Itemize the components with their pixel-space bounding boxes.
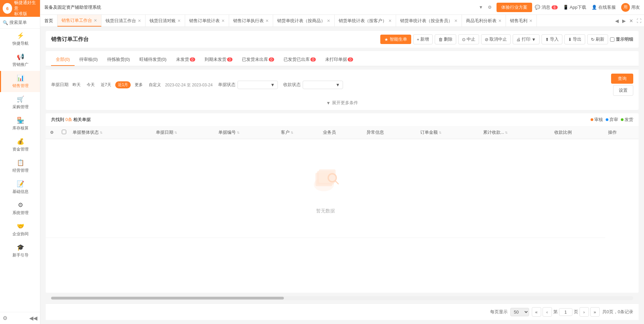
tab-close-sales-stat[interactable]: ✕ [221, 18, 225, 23]
sidebar-item-enterprise[interactable]: 🤝企业协同 [0, 219, 40, 240]
sidebar-item-business[interactable]: 📋经营管理 [0, 156, 40, 177]
filter-tab-pending-review[interactable]: 待审核(0) [75, 54, 102, 66]
tab-sales-workbench[interactable]: 销售订单工作台✕ [57, 15, 101, 27]
sidebar-item-basic[interactable]: 📝基础信息 [0, 177, 40, 198]
filter-tab-pending-inspection[interactable]: 待拣验货(0) [102, 54, 135, 66]
tab-sales-stat-staff[interactable]: 销货单统计表（按业务员）✕ [396, 15, 462, 27]
prev-page-btn[interactable]: ‹ [543, 307, 552, 317]
review-action-btn[interactable]: 审核 [591, 117, 603, 123]
col-checkbox[interactable] [58, 126, 70, 139]
date-more[interactable]: 更多 [133, 81, 145, 88]
message-btn[interactable]: 💬 消息 6 [535, 4, 558, 10]
smart-gen-btn[interactable]: ★ 智能生单 [380, 35, 411, 44]
tab-close-sales-workbench[interactable]: ✕ [94, 18, 97, 23]
tab-close-sales-more[interactable]: ✕ [529, 18, 532, 23]
payment-select[interactable]: ▼ [303, 81, 343, 89]
tab-close-profit-analysis[interactable]: ✕ [498, 18, 502, 23]
status-select[interactable]: ▼ [238, 81, 278, 89]
display-detail-label[interactable]: 显示明细 [610, 36, 633, 42]
date-yesterday[interactable]: 昨天 [71, 81, 83, 88]
col-collected[interactable]: 累计收款...⇅ [480, 126, 552, 139]
cancel-review-action-btn[interactable]: 弃审 [606, 117, 618, 123]
date-1month[interactable]: 近1月 [115, 81, 131, 88]
tab-cash-reconcile[interactable]: 钱货日清对账✕ [145, 15, 185, 27]
cancel-stop-btn[interactable]: ⊘ 取消中止 [481, 34, 511, 44]
first-page-btn[interactable]: « [532, 307, 541, 317]
payment-select-arrow: ▼ [336, 82, 340, 87]
tab-sales-more[interactable]: 销售毛利✕ [506, 15, 537, 27]
tab-close-cash-daily[interactable]: ✕ [138, 18, 141, 23]
sidebar-item-finance[interactable]: 💰资金管理 [0, 134, 40, 156]
date-today[interactable]: 今天 [85, 81, 97, 88]
sidebar-item-quick-nav[interactable]: ⚡快捷导航 [0, 29, 40, 50]
tab-sales-stat-product[interactable]: 销货单统计表（按商品）✕ [273, 15, 335, 27]
tab-close-sales-stat-staff[interactable]: ✕ [454, 18, 458, 23]
tab-close-sales-exec[interactable]: ✕ [265, 18, 269, 23]
col-customer[interactable]: 客户⇅ [278, 126, 320, 139]
filter-tab-unshipped[interactable]: 未发货0 [171, 54, 200, 66]
tab-scroll-right[interactable]: ▶ [621, 17, 627, 24]
tab-profit-analysis[interactable]: 商品毛利分析表✕ [462, 15, 506, 27]
print-dropdown-icon[interactable]: ▼ [531, 37, 536, 42]
collapse-icon[interactable]: ◀◀ [29, 315, 37, 321]
expand-btn[interactable]: ▼ 展开更多条件 [326, 100, 358, 106]
tab-close-cash-reconcile[interactable]: ✕ [177, 18, 181, 23]
filter-tab-unprinted[interactable]: 未打印单据0 [320, 54, 358, 66]
tab-cash-daily[interactable]: 钱货日清工作台✕ [101, 15, 145, 27]
sidebar-item-marketing[interactable]: 📢营销推广 [0, 50, 40, 71]
sidebar-item-guide[interactable]: 🎓新手引导 [0, 240, 40, 261]
col-bill-no[interactable]: 单据编号⇅ [216, 126, 278, 139]
main-area: 装备及固定资产辅助管理系统 ▼ ⚙ 体验行业方案 💬 消息 6 📱 App下载 … [40, 0, 644, 324]
app-download-btn[interactable]: 📱 App下载 [563, 4, 586, 10]
settings-gear-icon[interactable]: ⚙ [486, 3, 494, 11]
last-page-btn[interactable]: » [590, 307, 600, 317]
import-btn[interactable]: ⬆ 导入 [542, 34, 562, 44]
sidebar-item-sales[interactable]: 📊销售管理 [0, 71, 40, 92]
print-btn[interactable]: 🖨 打印 ▼ [513, 34, 540, 44]
ship-action-btn[interactable]: 发货 [621, 117, 633, 123]
industry-btn[interactable]: 体验行业方案 [497, 3, 532, 12]
col-amount[interactable]: 订单金额⇅ [418, 126, 480, 139]
delete-btn[interactable]: 🗑 删除 [435, 34, 456, 44]
topbar-dropdown-icon[interactable]: ▼ [479, 5, 483, 10]
settings-icon[interactable]: ⚙ [3, 315, 7, 321]
user-menu[interactable]: 用 用友 [621, 3, 640, 12]
export-btn[interactable]: ⬇ 导出 [564, 34, 585, 44]
date-custom[interactable]: 自定义 [147, 81, 163, 88]
filter-tab-all[interactable]: 全部(0) [51, 54, 75, 66]
stop-btn[interactable]: ⊙ 中止 [458, 34, 479, 44]
tab-sales-stat-customer[interactable]: 销货单统计表（按客户）✕ [335, 15, 396, 27]
add-btn[interactable]: + 新增 [413, 34, 433, 44]
page-size-select[interactable]: 50 20 100 [510, 308, 529, 316]
sidebar-search[interactable]: 🔍 搜索菜单 [0, 17, 40, 29]
tab-sales-stat[interactable]: 销售订单统计表✕ [185, 15, 229, 27]
scroll-thumb[interactable] [51, 297, 284, 299]
tab-scroll-left[interactable]: ◀ [614, 17, 620, 24]
col-bill-status[interactable]: 单据整体状态⇅ [70, 126, 153, 139]
filter-tab-overdue-unshipped[interactable]: 到期未发货0 [200, 54, 237, 66]
tab-close-sales-stat-customer[interactable]: ✕ [388, 18, 392, 23]
sidebar-item-purchase[interactable]: 🛒采购管理 [0, 92, 40, 113]
display-detail-checkbox[interactable] [610, 37, 614, 42]
sidebar-item-system[interactable]: ⚙系统管理 [0, 198, 40, 219]
tab-sales-exec[interactable]: 销售订单执行表✕ [229, 15, 273, 27]
online-service-btn[interactable]: 👤 在线客服 [592, 4, 616, 10]
col-bill-date[interactable]: 单据日期⇅ [153, 126, 216, 139]
select-all-checkbox[interactable] [62, 130, 66, 134]
tab-close-sales-stat-product[interactable]: ✕ [327, 18, 330, 23]
tab-close-all[interactable]: ✕ [628, 17, 635, 24]
tab-home[interactable]: 首页 [40, 15, 57, 27]
col-settings[interactable]: ⚙ [46, 126, 58, 139]
set-btn[interactable]: 设置 [613, 85, 633, 96]
filter-tab-shipped-out[interactable]: 已发货已出库0 [279, 54, 320, 66]
filter-tab-shipped-not-out[interactable]: 已发货未出库0 [237, 54, 279, 66]
refresh-btn[interactable]: ↻ 刷新 [587, 34, 608, 44]
query-btn[interactable]: 查询 [611, 74, 633, 84]
date-7days[interactable]: 近7天 [99, 81, 113, 88]
tab-maximize[interactable]: ⛶ [635, 17, 643, 24]
horizontal-scrollbar[interactable] [51, 296, 633, 300]
sidebar-item-inventory[interactable]: 🏪库存核算 [0, 113, 40, 134]
next-page-btn[interactable]: › [579, 307, 589, 317]
filter-tab-wangpu-pending[interactable]: 旺铺待发货(0) [135, 54, 171, 66]
page-input[interactable] [559, 308, 572, 316]
